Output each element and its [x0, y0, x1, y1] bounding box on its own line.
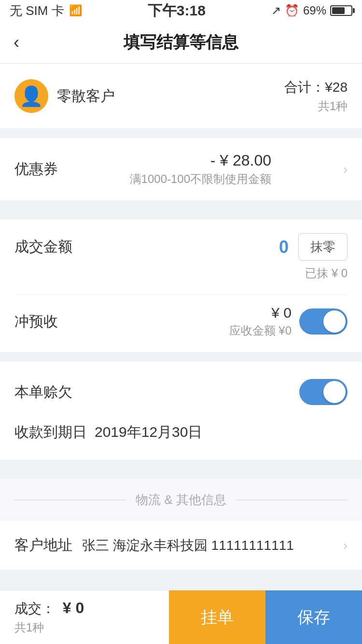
gray-separator-3: [0, 469, 362, 479]
debt-label: 本单赊欠: [14, 382, 72, 402]
hang-button[interactable]: 挂单: [169, 590, 265, 644]
location-icon: ↗: [271, 4, 281, 17]
bottom-count: 共1种: [14, 620, 154, 635]
bottom-deal-label: 成交：: [14, 601, 55, 616]
address-label: 客户地址: [14, 535, 72, 555]
due-label: 收款到期日: [14, 422, 87, 442]
divider-line-right: [236, 500, 348, 500]
content-area: 👤 零散客户 合计：¥28 共1种 优惠券 - ¥ 28.00 满1000-10…: [0, 64, 362, 637]
page-title: 填写结算等信息: [124, 31, 238, 54]
status-right: ↗ ⏰ 69%: [271, 4, 352, 17]
debt-toggle[interactable]: [299, 379, 348, 405]
divider-line-left: [14, 500, 126, 500]
address-value: 张三 海淀永丰科技园 11111111111: [82, 536, 343, 555]
customer-total: 合计：¥28 共1种: [284, 78, 348, 114]
toggle-knob: [323, 310, 346, 333]
chevron-right-icon: ›: [343, 162, 348, 177]
debt-toggle-knob: [323, 381, 346, 403]
customer-row: 👤 零散客户 合计：¥28 共1种: [0, 64, 362, 128]
customer-section: 👤 零散客户 合计：¥28 共1种: [0, 64, 362, 128]
carrier-label: 无 SIM 卡: [10, 2, 64, 19]
back-button[interactable]: ‹: [14, 32, 19, 53]
total-count-label: 共1种: [284, 98, 348, 114]
alarm-icon: ⏰: [285, 4, 299, 17]
amount-right: 0 抹零: [279, 233, 348, 261]
due-value: 2019年12月30日: [95, 422, 202, 442]
address-row[interactable]: 客户地址 张三 海淀永丰科技园 11111111111 ›: [0, 521, 362, 570]
logistics-section: 物流 & 其他信息: [0, 479, 362, 521]
total-price-label: 合计：¥28: [284, 78, 348, 97]
logistics-label: 物流 & 其他信息: [136, 491, 226, 508]
status-bar: 无 SIM 卡 📶 下午3:18 ↗ ⏰ 69%: [0, 0, 362, 21]
save-button[interactable]: 保存: [265, 590, 362, 644]
prepay-toggle[interactable]: [299, 308, 348, 335]
amount-sub-text: 已抹 ¥ 0: [0, 266, 362, 294]
coupon-label: 优惠券: [14, 159, 58, 179]
address-chevron-icon: ›: [343, 538, 348, 553]
coupon-row[interactable]: 优惠券 - ¥ 28.00 满1000-100不限制使用金额 ›: [0, 138, 362, 200]
amount-section: 成交金额 0 抹零 已抹 ¥ 0 冲预收 ¥ 0 应收金额 ¥0: [0, 220, 362, 352]
prepay-label: 冲预收: [14, 312, 58, 332]
amount-label: 成交金额: [14, 237, 72, 257]
status-left: 无 SIM 卡 📶: [10, 2, 82, 19]
avatar: 👤: [14, 79, 48, 113]
prepay-row: 冲预收 ¥ 0 应收金额 ¥0: [0, 295, 362, 352]
gray-separator-1: [0, 210, 362, 220]
coupon-desc: 满1000-100不限制使用金额: [130, 171, 271, 187]
bottom-deal-amount: ¥ 0: [63, 599, 84, 616]
amount-value: 0: [279, 237, 289, 257]
bottom-bar: 成交： ¥ 0 共1种 挂单 保存: [0, 590, 362, 644]
customer-name: 零散客户: [57, 86, 115, 106]
coupon-section[interactable]: 优惠券 - ¥ 28.00 满1000-100不限制使用金额 ›: [0, 138, 362, 200]
debt-section: 本单赊欠 收款到期日 2019年12月30日: [0, 362, 362, 460]
customer-info: 👤 零散客户: [14, 79, 115, 113]
wifi-icon: 📶: [69, 4, 82, 17]
time-label: 下午3:18: [148, 1, 206, 21]
coupon-right-col: - ¥ 28.00 满1000-100不限制使用金额: [130, 152, 271, 187]
nav-bar: ‹ 填写结算等信息: [0, 21, 362, 64]
bottom-deal-row: 成交： ¥ 0: [14, 599, 154, 618]
battery-percent: 69%: [303, 4, 326, 17]
prepay-right: ¥ 0 应收金额 ¥0: [229, 305, 348, 338]
round-button[interactable]: 抹零: [298, 233, 348, 261]
user-icon: 👤: [19, 85, 43, 108]
prepay-receivable: 应收金额 ¥0: [229, 323, 292, 338]
bottom-left: 成交： ¥ 0 共1种: [0, 599, 169, 635]
amount-row: 成交金额 0 抹零: [0, 220, 362, 266]
debt-row: 本单赊欠: [0, 362, 362, 422]
battery-icon: [330, 5, 352, 16]
due-date-row: 收款到期日 2019年12月30日: [0, 422, 362, 460]
gray-separator-2: [0, 352, 362, 362]
coupon-discount: - ¥ 28.00: [130, 152, 271, 169]
prepay-amount: ¥ 0: [229, 305, 292, 321]
prepay-amount-col: ¥ 0 应收金额 ¥0: [229, 305, 292, 338]
